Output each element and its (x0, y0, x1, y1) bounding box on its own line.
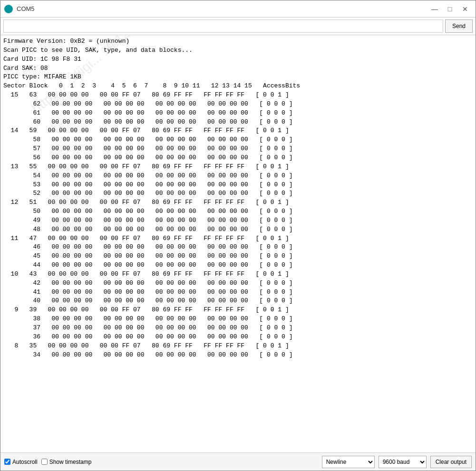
send-button[interactable]: Send (445, 19, 473, 33)
timestamp-text: Show timestamp (49, 459, 92, 465)
main-window: COM5 — □ ✕ Send https://...diigi... 19:1… (0, 0, 476, 471)
serial-line: PICC type: MIFARE 1KB (3, 73, 473, 82)
send-input[interactable] (3, 19, 443, 33)
serial-line: 9 39 00 00 00 00 00 00 FF 07 80 69 FF FF… (3, 306, 473, 315)
serial-line: 38 00 00 00 00 00 00 00 00 00 00 00 00 0… (3, 315, 473, 324)
close-button[interactable]: ✕ (458, 3, 472, 15)
output-lines: Firmware Version: 0xB2 = (unknown)Scan P… (3, 37, 473, 359)
autoscroll-label[interactable]: Autoscroll (4, 459, 38, 465)
window-title: COM5 (17, 5, 428, 12)
serial-line: 13 55 00 00 00 00 00 00 FF 07 80 69 FF F… (3, 163, 473, 172)
newline-select[interactable]: No line endingNewlineCarriage returnBoth… (322, 456, 375, 468)
serial-line: 54 00 00 00 00 00 00 00 00 00 00 00 00 0… (3, 172, 473, 181)
serial-line: 60 00 00 00 00 00 00 00 00 00 00 00 00 0… (3, 118, 473, 127)
serial-line: Firmware Version: 0xB2 = (unknown) (3, 37, 473, 46)
serial-line: 12 51 00 00 00 00 00 00 FF 07 80 69 FF F… (3, 198, 473, 207)
title-bar: COM5 — □ ✕ (0, 0, 476, 18)
serial-line: 45 00 00 00 00 00 00 00 00 00 00 00 00 0… (3, 252, 473, 261)
serial-line: 42 00 00 00 00 00 00 00 00 00 00 00 00 0… (3, 279, 473, 288)
serial-line: Card UID: 1C 98 F8 31 (3, 55, 473, 64)
serial-line: 36 00 00 00 00 00 00 00 00 00 00 00 00 0… (3, 333, 473, 342)
serial-line: 62 00 00 00 00 00 00 00 00 00 00 00 00 0… (3, 100, 473, 109)
serial-line: 44 00 00 00 00 00 00 00 00 00 00 00 00 0… (3, 261, 473, 270)
status-bar: Autoscroll Show timestamp No line ending… (0, 452, 476, 471)
serial-line: Sector Block 0 1 2 3 4 5 6 7 8 9 10 11 1… (3, 82, 473, 91)
serial-line: 10 43 00 00 00 00 00 00 FF 07 80 69 FF F… (3, 270, 473, 279)
app-icon (4, 5, 13, 13)
serial-line: 52 00 00 00 00 00 00 00 00 00 00 00 00 0… (3, 189, 473, 198)
serial-line: 15 63 00 00 00 00 00 00 FF 07 80 69 FF F… (3, 91, 473, 100)
serial-line: Card SAK: 08 (3, 64, 473, 73)
serial-line: 61 00 00 00 00 00 00 00 00 00 00 00 00 0… (3, 109, 473, 118)
serial-line: 14 59 00 00 00 00 00 00 FF 07 80 69 FF F… (3, 126, 473, 135)
serial-output: https://...diigi... 19:12 Firmware Versi… (0, 35, 476, 452)
minimize-button[interactable]: — (428, 3, 441, 15)
serial-line: 57 00 00 00 00 00 00 00 00 00 00 00 00 0… (3, 144, 473, 154)
serial-line: 50 00 00 00 00 00 00 00 00 00 00 00 00 0… (3, 207, 473, 216)
serial-line: 46 00 00 00 00 00 00 00 00 00 00 00 00 0… (3, 243, 473, 252)
serial-line: 56 00 00 00 00 00 00 00 00 00 00 00 00 0… (3, 154, 473, 163)
serial-line: 49 00 00 00 00 00 00 00 00 00 00 00 00 0… (3, 216, 473, 225)
timestamp-label[interactable]: Show timestamp (41, 459, 92, 465)
serial-line: 53 00 00 00 00 00 00 00 00 00 00 00 00 0… (3, 181, 473, 190)
maximize-button[interactable]: □ (443, 3, 457, 15)
window-controls: — □ ✕ (428, 3, 472, 15)
serial-line: 40 00 00 00 00 00 00 00 00 00 00 00 00 0… (3, 297, 473, 306)
clear-output-button[interactable]: Clear output (430, 456, 472, 468)
autoscroll-checkbox[interactable] (4, 459, 10, 465)
baud-select[interactable]: 300 baud1200 baud2400 baud4800 baud9600 … (379, 456, 427, 468)
serial-line: 11 47 00 00 00 00 00 00 FF 07 80 69 FF F… (3, 234, 473, 243)
autoscroll-text: Autoscroll (12, 459, 38, 465)
timestamp-checkbox[interactable] (41, 459, 48, 465)
serial-line: 58 00 00 00 00 00 00 00 00 00 00 00 00 0… (3, 135, 473, 144)
send-bar: Send (0, 18, 476, 35)
serial-line: 8 35 00 00 00 00 00 00 FF 07 80 69 FF FF… (3, 342, 473, 351)
serial-line: 34 00 00 00 00 00 00 00 00 00 00 00 00 0… (3, 351, 473, 360)
serial-line: 48 00 00 00 00 00 00 00 00 00 00 00 00 0… (3, 225, 473, 234)
serial-line: 37 00 00 00 00 00 00 00 00 00 00 00 00 0… (3, 324, 473, 333)
serial-line: Scan PICC to see UID, SAK, type, and dat… (3, 46, 473, 55)
serial-line: 41 00 00 00 00 00 00 00 00 00 00 00 00 0… (3, 288, 473, 297)
